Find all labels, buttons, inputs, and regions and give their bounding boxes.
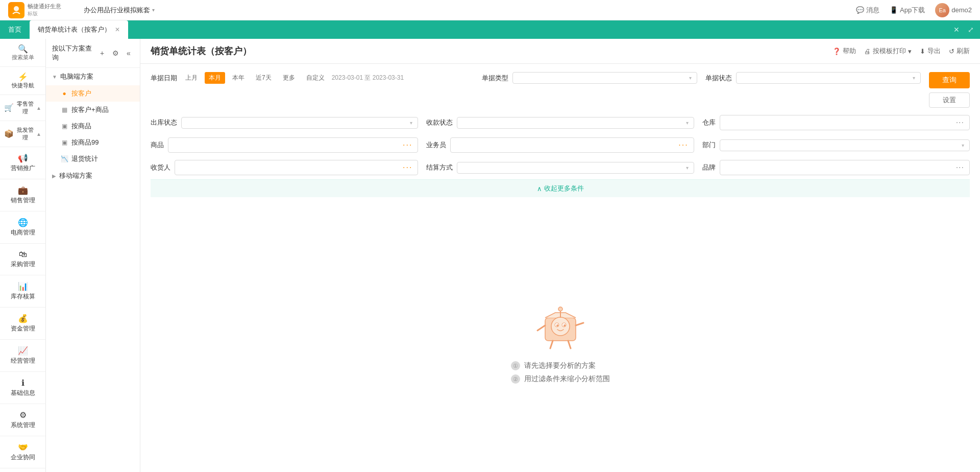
main-content: 销货单统计表（按客户） ❓ 帮助 🖨 按模板打印 ▾ ⬇ xyxy=(140,39,980,472)
sidebar-item-basic[interactable]: ℹ 基础信息 xyxy=(0,372,45,404)
scheme-by-customer[interactable]: ● 按客户 xyxy=(46,85,140,102)
date-last-month[interactable]: 上月 xyxy=(181,72,202,84)
empty-illustration xyxy=(530,290,591,351)
sidebar-item-enterprise[interactable]: 🤝 企业协同 xyxy=(0,436,45,468)
sidebar-item-inventory[interactable]: 📊 库存核算 xyxy=(0,275,45,308)
svg-point-5 xyxy=(556,324,558,326)
tab-expand-action[interactable]: ⤢ xyxy=(966,23,976,36)
warehouse-select[interactable]: ··· xyxy=(720,115,970,130)
goods-select[interactable]: ··· xyxy=(168,137,418,153)
date-more[interactable]: 更多 xyxy=(279,72,299,84)
sidebar-item-operations[interactable]: 📈 经营管理 xyxy=(0,340,45,372)
by-customer-label: 按客户 xyxy=(71,89,91,98)
collapse-button[interactable]: ∧ 收起更多条件 xyxy=(151,179,970,197)
scheme-by-goods-99[interactable]: ▣ 按商品99 xyxy=(46,134,140,151)
sidebar-quick-nav[interactable]: ⚡ 快捷导航 xyxy=(0,67,45,95)
query-button[interactable]: 查询 xyxy=(929,72,970,88)
help-icon: ❓ xyxy=(832,48,841,55)
tab-home-label: 首页 xyxy=(8,25,21,34)
sidebar-item-finance[interactable]: 💰 资金管理 xyxy=(0,308,45,340)
basic-label: 基础信息 xyxy=(4,389,41,397)
message-label: 消息 xyxy=(866,6,879,15)
nav-dropdown-icon: ▾ xyxy=(152,7,155,13)
wholesale-label: 批发管理 xyxy=(15,126,35,141)
date-range-text: 2023-03-01 至 2023-03-31 xyxy=(332,74,404,82)
svg-line-9 xyxy=(537,325,545,331)
page-header-actions: ❓ 帮助 🖨 按模板打印 ▾ ⬇ 导出 ↺ xyxy=(832,46,970,56)
sidebar-item-system[interactable]: ⚙ 系统管理 xyxy=(0,404,45,436)
template-print-label: 按模板打印 xyxy=(873,46,906,56)
brand-select[interactable]: ··· xyxy=(720,160,970,175)
tab-close-action[interactable]: ✕ xyxy=(951,23,962,36)
settings-button[interactable]: 设置 xyxy=(929,92,970,108)
settlement-select[interactable]: ▾ xyxy=(457,162,694,174)
doc-status-select[interactable]: ▾ xyxy=(736,72,921,84)
enterprise-label: 企业协同 xyxy=(4,453,41,462)
operations-label: 经营管理 xyxy=(4,357,41,365)
doc-status-label: 单据状态 xyxy=(705,74,732,83)
panel-settings-btn[interactable]: ⚙ xyxy=(110,48,120,58)
doc-type-filter-item: 单据类型 ▾ xyxy=(482,72,697,84)
out-status-arrow-icon: ▾ xyxy=(410,120,412,126)
date-current-month[interactable]: 本月 xyxy=(205,72,225,84)
panel-add-btn[interactable]: + xyxy=(97,48,107,58)
tab-close-icon[interactable]: ✕ xyxy=(115,26,120,33)
collapse-label: 收起更多条件 xyxy=(544,184,584,193)
doc-type-select[interactable]: ▾ xyxy=(512,72,697,84)
tab-sales-stats[interactable]: 销货单统计表（按客户） ✕ xyxy=(30,20,128,39)
goods-dots-icon[interactable]: ··· xyxy=(403,140,412,150)
scheme-by-customer-goods[interactable]: ▦ 按客户+商品 xyxy=(46,102,140,118)
brand-filter-item: 品牌 ··· xyxy=(702,160,970,175)
header-left: 畅捷通好生意 标版 办公用品行业模拟账套 ▾ xyxy=(8,2,155,18)
date-custom[interactable]: 自定义 xyxy=(302,72,329,84)
app-download-action[interactable]: 📱 App下载 xyxy=(890,6,925,15)
department-select[interactable]: ▾ xyxy=(720,139,970,151)
recipient-label: 收货人 xyxy=(151,163,170,172)
date-last-7-days[interactable]: 近7天 xyxy=(252,72,276,84)
out-status-filter-item: 出库状态 ▾ xyxy=(151,117,418,129)
sidebar-search[interactable]: 🔍 搜索菜单 xyxy=(0,39,45,67)
add-icon: + xyxy=(100,49,104,57)
payment-status-label: 收款状态 xyxy=(426,118,453,127)
sidebar-item-marketing[interactable]: 📢 营销推广 xyxy=(0,147,45,179)
sidebar-item-ecommerce[interactable]: 🌐 电商管理 xyxy=(0,211,45,244)
sidebar-item-newbie[interactable]: 🎯 新手引导 xyxy=(0,468,45,472)
template-print-btn[interactable]: 🖨 按模板打印 ▾ xyxy=(864,46,912,56)
inventory-label: 库存核算 xyxy=(4,292,41,301)
sidebar-item-purchase[interactable]: 🛍 采购管理 xyxy=(0,244,45,275)
scheme-group-desktop-header[interactable]: ▼ 电脑端方案 xyxy=(46,68,140,85)
settlement-arrow-icon: ▾ xyxy=(686,165,689,171)
out-status-select[interactable]: ▾ xyxy=(181,117,418,129)
by-customer-icon: ● xyxy=(60,89,68,98)
help-btn[interactable]: ❓ 帮助 xyxy=(832,46,856,56)
payment-status-select[interactable]: ▾ xyxy=(457,117,694,129)
export-label: 导出 xyxy=(927,46,941,56)
sidebar-item-retail[interactable]: 🛒 零售管理 ▲ xyxy=(0,95,45,121)
date-label: 单据日期 xyxy=(151,74,177,83)
user-area[interactable]: Ea demo2 xyxy=(935,3,972,17)
salesperson-select[interactable]: ··· xyxy=(450,137,694,153)
refresh-btn[interactable]: ↺ 刷新 xyxy=(949,46,970,56)
payment-status-filter-item: 收款状态 ▾ xyxy=(426,117,694,129)
tip-number-2: ② xyxy=(511,374,520,384)
sidebar-item-sales[interactable]: 💼 销售管理 xyxy=(0,179,45,211)
basic-icon: ℹ xyxy=(4,378,41,388)
svg-point-0 xyxy=(14,6,19,11)
scheme-group-mobile-header[interactable]: ▶ 移动端方案 xyxy=(46,167,140,184)
doc-status-arrow-icon: ▾ xyxy=(913,75,915,81)
tab-home[interactable]: 首页 xyxy=(0,20,30,39)
nav-title-area[interactable]: 办公用品行业模拟账套 ▾ xyxy=(76,6,155,15)
page-title: 销货单统计表（按客户） xyxy=(151,45,252,57)
filter-container: 单据日期 上月 本月 本年 近7天 更多 自定义 2023-03-01 至 20… xyxy=(140,64,980,201)
scheme-return-stats[interactable]: 📉 退货统计 xyxy=(46,151,140,167)
scheme-by-goods[interactable]: ▣ 按商品 xyxy=(46,118,140,134)
panel-collapse-btn[interactable]: « xyxy=(124,48,134,58)
out-status-label: 出库状态 xyxy=(151,118,177,127)
message-action[interactable]: 💬 消息 xyxy=(856,6,879,15)
salesperson-dots-icon[interactable]: ··· xyxy=(678,140,688,150)
recipient-dots-icon[interactable]: ··· xyxy=(403,163,412,172)
date-current-year[interactable]: 本年 xyxy=(228,72,249,84)
sidebar-item-wholesale[interactable]: 📦 批发管理 ▲ xyxy=(0,121,45,147)
export-btn[interactable]: ⬇ 导出 xyxy=(920,46,941,56)
recipient-select[interactable]: ··· xyxy=(175,160,418,175)
